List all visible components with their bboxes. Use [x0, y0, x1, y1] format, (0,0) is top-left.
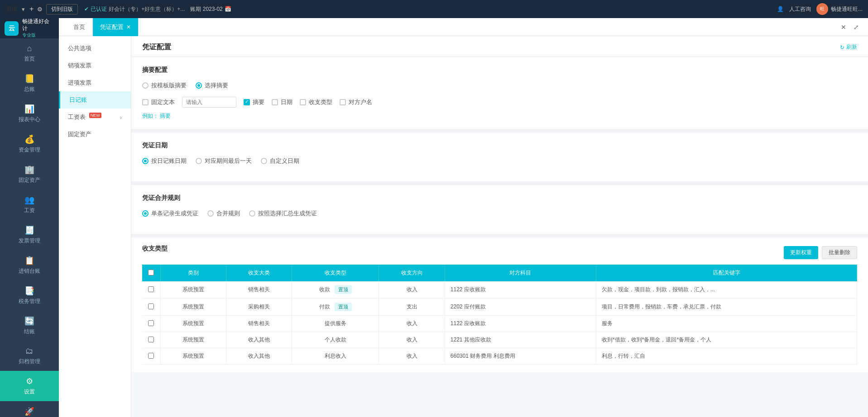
checkbox-date[interactable]: 日期	[272, 98, 293, 106]
sidebar-label-invoice: 发票管理	[19, 237, 40, 245]
close-window-btn[interactable]: ✕	[839, 22, 848, 33]
sidebar-item-tax[interactable]: 📑 税务管理	[0, 280, 59, 311]
tab-home[interactable]: 首页	[66, 18, 93, 36]
refresh-btn[interactable]: ↻ 刷新	[840, 43, 857, 51]
radio-select[interactable]: 选择摘要	[196, 81, 228, 90]
sidebar-item-archive[interactable]: 🗂 归档管理	[0, 341, 59, 371]
row-bigtype-2: 采购相关	[226, 299, 292, 316]
fixed-text-input[interactable]	[182, 97, 236, 108]
sub-item-purchase-invoice[interactable]: 进项发票	[59, 74, 131, 91]
row-subject-5: 660301 财务费用 利息费用	[445, 348, 596, 365]
calendar-icon[interactable]: 📅	[225, 6, 231, 12]
row-bigtype-4: 收入其他	[226, 332, 292, 348]
sidebar-item-invoice[interactable]: 🧾 发票管理	[0, 220, 59, 250]
example-text: 例如： 摘要	[142, 112, 857, 120]
batch-delete-btn[interactable]: 批量删除	[822, 246, 857, 259]
th-keywords: 匹配关键字	[596, 265, 857, 281]
radio-single-record[interactable]: 单条记录生成凭证	[142, 209, 198, 218]
merge-radio-group: 单条记录生成凭证 合并规则 按照选择汇总生成凭证	[142, 209, 857, 218]
sidebar-item-reports[interactable]: 📊 报表中心	[0, 99, 59, 129]
sub-item-sales-invoice[interactable]: 销项发票	[59, 57, 131, 74]
sidebar-item-settings[interactable]: ⚙ 设置	[0, 371, 59, 401]
switch-version-btn[interactable]: 切到旧版	[46, 4, 78, 14]
sidebar-item-assets[interactable]: 🏢 固定资产	[0, 159, 59, 190]
main-panel: 凭证配置 ↻ 刷新 摘要配置 按模板版摘要	[131, 36, 868, 417]
radio-template[interactable]: 按模板版摘要	[142, 81, 187, 90]
sidebar-item-ledger[interactable]: 📒 总账	[0, 68, 59, 99]
new-badge: NEW	[89, 113, 101, 118]
certified-icon: ✔	[84, 6, 89, 12]
row-subject-3: 1122 应收账款	[445, 316, 596, 332]
sub-item-payroll[interactable]: 工资表 NEW ›	[59, 109, 131, 126]
sidebar-label-home: 首页	[24, 55, 35, 63]
tag-btn-2[interactable]: 置顶	[335, 303, 352, 311]
radio-last-day[interactable]: 对应期间最后一天	[196, 157, 252, 165]
radio-dot-summary	[249, 210, 255, 217]
checkbox-fixed-text[interactable]: 固定文本	[142, 98, 175, 106]
panel-header: 凭证配置 ↻ 刷新	[131, 36, 868, 57]
th-checkbox[interactable]	[142, 265, 160, 281]
sidebar-item-home[interactable]: ⌂ 首页	[0, 38, 59, 68]
row-keywords-5: 利息，行转，汇自	[596, 348, 857, 365]
tag-btn-1[interactable]: 置顶	[335, 285, 352, 294]
dropdown-icon[interactable]: ▾	[22, 6, 25, 13]
user-name: 畅捷通旺旺...	[831, 5, 863, 13]
logo-main-text: 畅捷通好会计	[22, 18, 54, 32]
radio-custom-date[interactable]: 自定义日期	[261, 157, 299, 165]
sidebar-label-assets: 固定资产	[19, 176, 40, 184]
expand-window-btn[interactable]: ⤢	[852, 22, 861, 33]
top-bar-title: 测试	[5, 5, 17, 13]
sidebar-item-sales[interactable]: 📋 进销台账	[0, 250, 59, 280]
tab-close-btn[interactable]: ✕	[126, 24, 131, 30]
checkbox-summary[interactable]: 摘要	[244, 98, 264, 106]
consult-icon: 👤	[777, 6, 784, 12]
radio-summary-generate[interactable]: 按照选择汇总生成凭证	[249, 209, 317, 218]
table-action-btns: 更新权重 批量删除	[784, 246, 857, 259]
income-table: 类别 收支大类 收支类型 收支方向 对方科目 匹配关键字	[142, 265, 857, 365]
consult-btn[interactable]: 人工咨询	[789, 5, 811, 13]
sub-item-fixed-assets[interactable]: 固定资产	[59, 126, 131, 143]
tab-bar: 首页 凭证配置 ✕ ✕ ⤢	[59, 18, 868, 36]
user-info[interactable]: 旺 畅捷通旺旺...	[816, 3, 863, 15]
salary-icon: 👥	[24, 195, 34, 205]
archive-icon: 🗂	[25, 346, 34, 356]
top-bar: 测试 ▾ + ⚙ 切到旧版 ✔ 已认证 好会计（专）+好生意（标）+... 账期…	[0, 0, 868, 18]
sidebar-item-finance[interactable]: 💰 资金管理	[0, 129, 59, 159]
settings-icon[interactable]: ⚙	[37, 6, 43, 13]
row-checkbox-1[interactable]	[142, 281, 160, 299]
radio-merge-rule[interactable]: 合并规则	[207, 209, 240, 218]
th-big-type: 收支大类	[226, 265, 292, 281]
row-checkbox-2[interactable]	[142, 299, 160, 316]
sub-item-journal[interactable]: 日记账	[59, 91, 131, 109]
sub-item-public[interactable]: 公共选项	[59, 40, 131, 57]
checkbox-income-type[interactable]: 收支类型	[300, 98, 332, 106]
checkbox-box-counterpart	[340, 99, 346, 105]
arrow-icon: ›	[120, 114, 122, 121]
sidebar-label-settings: 设置	[24, 388, 35, 396]
tab-bar-actions: ✕ ⤢	[839, 22, 861, 33]
update-weight-btn[interactable]: 更新权重	[784, 246, 818, 259]
table-row: 系统预置 收入其他 利息收入 收入 660301 财务费用 利息费用 利息，行转…	[142, 348, 857, 365]
summary-section: 摘要配置 按模板版摘要 选择摘要	[131, 57, 868, 133]
certified-label: 已认证	[91, 5, 107, 13]
closing-icon: 🔄	[24, 316, 34, 326]
plus-btn[interactable]: +	[29, 5, 34, 13]
row-direction-5: 收入	[379, 348, 445, 365]
row-keywords-1: 欠款，现金，项目款，到款，报销款，汇入，...	[596, 281, 857, 299]
row-checkbox-4[interactable]	[142, 332, 160, 348]
radio-journal-date[interactable]: 按日记账日期	[142, 157, 187, 165]
table-row: 系统预置 收入其他 个人收款 收入 1221 其他应收款 收到*借款，收到*备用…	[142, 332, 857, 348]
tab-voucher-config[interactable]: 凭证配置 ✕	[93, 18, 139, 36]
sidebar: 云 畅捷通好会计 专业版 ⌂ 首页 📒 总账 📊 报表中心 💰 资金管理 🏢 固…	[0, 18, 59, 417]
row-subject-4: 1221 其他应收款	[445, 332, 596, 348]
sidebar-item-guide[interactable]: 🚀 新手引导	[0, 401, 59, 417]
refresh-icon: ↻	[840, 44, 844, 51]
sub-sidebar: 公共选项 销项发票 进项发票 日记账 工资表 NEW	[59, 36, 131, 417]
row-checkbox-3[interactable]	[142, 316, 160, 332]
sidebar-item-salary[interactable]: 👥 工资	[0, 190, 59, 220]
row-keywords-2: 项目，日常费用，报销款，车费，承兑汇票，付款	[596, 299, 857, 316]
select-all-checkbox[interactable]	[148, 270, 154, 275]
row-checkbox-5[interactable]	[142, 348, 160, 365]
checkbox-counterpart[interactable]: 对方户名	[340, 98, 372, 106]
sidebar-item-closing[interactable]: 🔄 结账	[0, 311, 59, 341]
